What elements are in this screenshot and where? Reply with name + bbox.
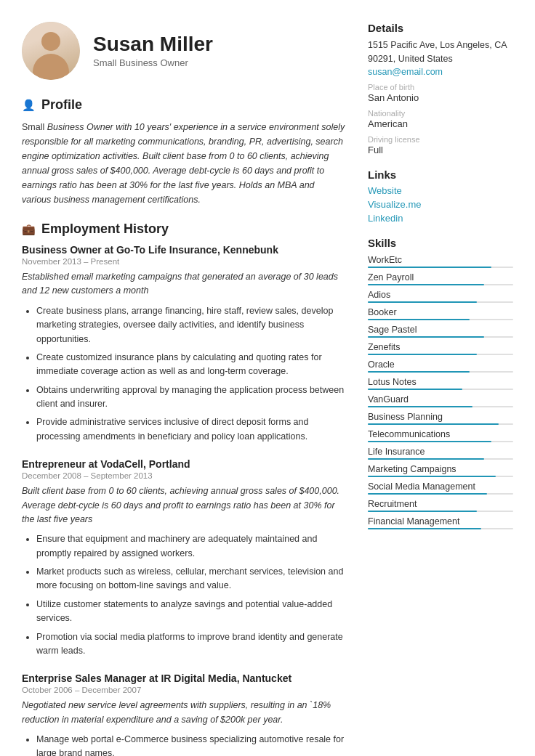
skill-bar-bg [368,389,513,390]
skill-bar-bg [368,354,513,355]
job-summary: Negotiated new service level agreements … [22,699,346,727]
skill-item: Life Insurance [368,447,513,460]
skill-bar-fill [368,528,481,529]
employment-title: Employment History [41,221,169,237]
skill-name: Lotus Notes [368,377,513,387]
link-item[interactable]: Website [368,185,513,196]
list-item: Promotion via social media platforms to … [36,630,346,659]
skill-bar-bg [368,301,513,303]
skill-bar-bg [368,476,513,477]
skill-name: Social Media Management [368,481,513,492]
avatar [22,22,80,80]
candidate-name: Susan Miller [93,33,213,56]
skill-bar-bg [368,336,513,338]
resume-container: Susan Miller Small Business Owner 👤 Prof… [0,0,535,756]
list-item: Provide administrative services inclusiv… [36,415,346,444]
skill-item: Zen Payroll [368,272,513,285]
detail-address: 1515 Pacific Ave, Los Angeles, CA 90291,… [368,38,513,66]
details-section: Details 1515 Pacific Ave, Los Angeles, C… [368,22,513,155]
job-title: Entrepreneur at VodaCell, Portland [22,458,346,470]
profile-text: Small Business Owner with 10 years' expe… [22,120,346,207]
detail-email[interactable]: susan@email.com [368,67,443,77]
job-item: Enterprise Sales Manager at IR Digital M… [22,672,346,756]
list-item: Obtains underwriting approval by managin… [36,383,346,412]
details-title: Details [368,22,513,34]
skill-name: Zen Payroll [368,272,513,283]
skill-bar-bg [368,319,513,320]
nationality-value: American [368,118,513,129]
link-item[interactable]: Visualize.me [368,199,513,210]
skill-bar-fill [368,423,499,425]
skill-item: Adios [368,290,513,303]
skill-bar-fill [368,284,484,285]
skill-bar-bg [368,267,513,268]
skill-item: VanGuard [368,394,513,407]
skill-bar-bg [368,284,513,285]
job-item: Business Owner at Go-To Life Insurance, … [22,244,346,444]
skill-bar-fill [368,389,462,390]
list-item: Market products such as wireless, cellul… [36,565,346,593]
links-container: WebsiteVisualize.meLinkedin [368,185,513,224]
job-item: Entrepreneur at VodaCell, PortlandDecemb… [22,458,346,658]
skill-bar-fill [368,301,477,303]
job-bullets: Ensure that equipment and machinery are … [22,532,346,658]
skill-name: VanGuard [368,394,513,405]
skill-name: Telecommunications [368,429,513,439]
skill-item: Telecommunications [368,429,513,442]
profile-text-italic: Business Owner with 10 years' experience… [22,122,345,205]
skill-item: Lotus Notes [368,377,513,390]
skills-section: Skills WorkEtcZen PayrollAdiosBookerSage… [368,237,513,529]
profile-title: Profile [41,97,82,113]
skill-bar-fill [368,493,487,495]
job-dates: November 2013 – Present [22,257,346,266]
skill-name: Zenefits [368,342,513,352]
profile-section-header: 👤 Profile [22,97,346,113]
skill-bar-fill [368,371,470,373]
skill-bar-bg [368,423,513,425]
skills-title: Skills [368,237,513,249]
link-item[interactable]: Linkedin [368,213,513,224]
candidate-subtitle: Small Business Owner [93,57,213,68]
skill-bar-bg [368,406,513,407]
employment-section-header: 💼 Employment History [22,221,346,237]
skill-bar-fill [368,354,477,355]
list-item: Manage web portal e-Commerce business sp… [36,733,346,756]
job-title: Enterprise Sales Manager at IR Digital M… [22,672,346,684]
skill-bar-fill [368,406,472,407]
skill-bar-bg [368,441,513,442]
skill-bar-fill [368,458,484,460]
job-bullets: Manage web portal e-Commerce business sp… [22,733,346,756]
skill-name: Oracle [368,359,513,370]
employment-icon: 💼 [22,223,36,236]
job-dates: October 2006 – December 2007 [22,686,346,694]
skill-item: Marketing Campaigns [368,464,513,477]
skill-name: Adios [368,290,513,300]
skill-item: Social Media Management [368,481,513,495]
skill-name: Financial Management [368,516,513,527]
skill-bar-fill [368,319,470,320]
skill-item: WorkEtc [368,255,513,268]
job-dates: December 2008 – September 2013 [22,471,346,480]
skill-bar-bg [368,528,513,529]
list-item: Utilize customer statements to analyze s… [36,598,346,626]
skill-item: Zenefits [368,342,513,355]
profile-icon: 👤 [22,99,36,112]
links-section: Links WebsiteVisualize.meLinkedin [368,168,513,224]
list-item: Ensure that equipment and machinery are … [36,532,346,561]
profile-text-normal: Small [22,122,47,132]
driving-license-value: Full [368,145,513,155]
skill-bar-fill [368,511,477,512]
driving-license-label: Driving license [368,135,513,144]
skill-item: Financial Management [368,516,513,529]
job-bullets: Create business plans, arrange financing… [22,304,346,444]
skill-name: Business Planning [368,412,513,422]
skill-item: Booker [368,307,513,320]
job-title: Business Owner at Go-To Life Insurance, … [22,244,346,256]
skill-name: Recruitment [368,499,513,509]
skills-container: WorkEtcZen PayrollAdiosBookerSage Pastel… [368,255,513,529]
skill-name: Life Insurance [368,447,513,457]
skill-bar-bg [368,458,513,460]
skill-bar-bg [368,493,513,495]
skill-item: Recruitment [368,499,513,512]
resume-header: Susan Miller Small Business Owner [22,22,346,80]
